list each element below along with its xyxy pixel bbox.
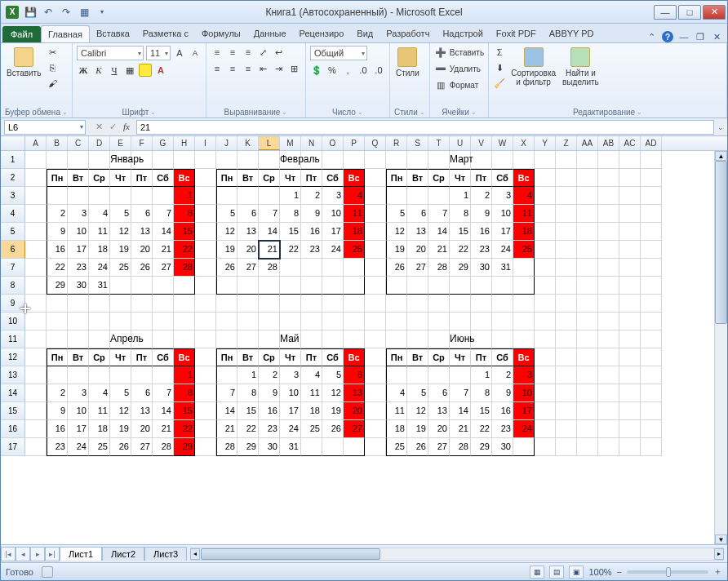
cell[interactable]: 22 [174,420,195,438]
cell[interactable]: 19 [407,420,428,438]
cell[interactable] [25,187,47,205]
cell[interactable]: Чт [280,169,301,187]
cell[interactable] [513,277,535,295]
cell[interactable] [641,295,662,313]
cell[interactable] [365,313,386,330]
cell[interactable] [556,223,577,241]
ribbon-tab[interactable]: Вставка [90,25,136,42]
cell[interactable] [641,151,662,169]
row-header[interactable]: 10 [1,313,25,330]
cancel-formula-icon[interactable]: ✕ [95,122,103,132]
indent-inc-icon[interactable]: ⇥ [273,62,286,75]
cell[interactable] [344,259,365,277]
align-center-icon[interactable]: ≡ [226,62,239,75]
cell[interactable]: Ср [89,348,110,366]
cell[interactable]: 17 [513,402,535,420]
cell[interactable] [556,420,577,438]
cell[interactable] [641,277,662,295]
cell[interactable] [259,187,280,205]
cell[interactable] [25,205,47,223]
cell[interactable] [237,151,259,169]
ribbon-minimize-icon[interactable]: ⌃ [646,31,657,42]
cell[interactable] [513,438,535,456]
column-header[interactable]: F [131,136,153,150]
cell[interactable] [641,402,662,420]
cell[interactable]: 26 [131,259,153,277]
cell[interactable] [195,348,216,366]
cell[interactable]: 1 [237,366,259,384]
cell[interactable] [280,277,301,295]
cell[interactable]: 15 [174,402,195,420]
cell[interactable]: 1 [450,187,471,205]
cell[interactable]: 27 [407,259,428,277]
cell[interactable] [365,438,386,456]
cell[interactable] [428,277,450,295]
cell[interactable]: Сб [492,169,513,187]
file-tab[interactable]: Файл [2,26,41,42]
cell[interactable] [428,366,450,384]
cell[interactable] [259,295,280,313]
column-header[interactable]: X [513,136,535,150]
cell[interactable] [535,295,556,313]
cell[interactable] [535,241,556,259]
cell[interactable] [407,330,428,348]
cell[interactable] [25,438,47,456]
cell[interactable] [556,277,577,295]
cell[interactable] [556,151,577,169]
cell[interactable] [131,313,153,330]
cell[interactable] [556,205,577,223]
cell[interactable]: Чт [450,169,471,187]
cell[interactable]: 25 [301,420,322,438]
cell[interactable] [598,330,619,348]
cell[interactable] [110,295,131,313]
cell[interactable]: Сб [153,169,174,187]
column-header[interactable]: A [25,136,47,150]
cell[interactable]: 27 [428,438,450,456]
cell[interactable]: 25 [386,438,407,456]
borders-icon[interactable]: ▦ [123,64,136,77]
cell[interactable]: 11 [301,384,322,402]
cell[interactable] [619,277,641,295]
cell[interactable] [365,384,386,402]
cell[interactable] [365,241,386,259]
cell[interactable] [25,348,47,366]
cell[interactable]: 2 [47,384,68,402]
cell[interactable]: 10 [322,205,344,223]
cell[interactable]: 8 [450,205,471,223]
cell[interactable]: 6 [131,205,153,223]
cell[interactable]: 23 [259,420,280,438]
cell[interactable] [598,348,619,366]
horizontal-scrollbar[interactable]: ◂ ▸ [190,548,724,561]
cell[interactable]: 30 [68,277,89,295]
close-button[interactable]: ✕ [703,5,726,20]
cell[interactable]: 11 [386,402,407,420]
cell[interactable]: 29 [450,259,471,277]
cell[interactable]: 21 [153,420,174,438]
cell[interactable]: Сб [153,348,174,366]
cell[interactable] [195,384,216,402]
cell[interactable]: 15 [471,402,492,420]
row-header[interactable]: 14 [1,384,25,402]
number-format-combo[interactable]: Общий [310,46,367,60]
cell[interactable] [237,277,259,295]
cell[interactable]: 26 [216,259,237,277]
paste-button[interactable]: Вставить [5,46,42,79]
cell[interactable] [365,187,386,205]
cell[interactable] [556,438,577,456]
cell[interactable]: 5 [110,205,131,223]
cell[interactable]: Пт [471,169,492,187]
column-header[interactable]: R [386,136,407,150]
cell[interactable] [598,402,619,420]
cell[interactable] [25,366,47,384]
cell[interactable]: 13 [131,402,153,420]
cell[interactable]: 5 [110,384,131,402]
cell[interactable] [153,151,174,169]
cell[interactable]: 18 [344,223,365,241]
vertical-scrollbar[interactable]: ▲ ▼ [714,151,727,544]
cell[interactable] [131,330,153,348]
cell[interactable]: Июнь [450,330,471,348]
cell[interactable] [280,259,301,277]
cell[interactable]: 27 [344,420,365,438]
cell[interactable] [407,366,428,384]
cell[interactable]: 10 [513,384,535,402]
